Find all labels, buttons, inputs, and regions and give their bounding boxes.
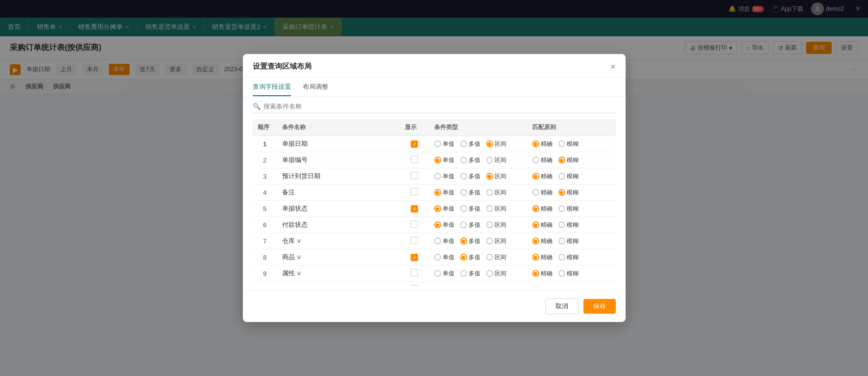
tab-layout-adjust-label: 布局调整 xyxy=(303,83,328,90)
dialog-title: 设置查询区域布局 xyxy=(253,62,312,71)
dialog-header: 设置查询区域布局 × xyxy=(243,54,626,78)
dialog-tabs: 查询字段设置 布局调整 xyxy=(243,78,626,94)
settings-dialog: 设置查询区域布局 × 查询字段设置 布局调整 🔍 xyxy=(243,54,626,94)
tab-query-fields[interactable]: 查询字段设置 xyxy=(253,78,291,94)
modal-overlay: 设置查询区域布局 × 查询字段设置 布局调整 🔍 xyxy=(0,0,868,94)
dialog-close-button[interactable]: × xyxy=(610,62,616,71)
tab-layout-adjust[interactable]: 布局调整 xyxy=(303,78,328,94)
tab-query-fields-label: 查询字段设置 xyxy=(253,83,291,90)
